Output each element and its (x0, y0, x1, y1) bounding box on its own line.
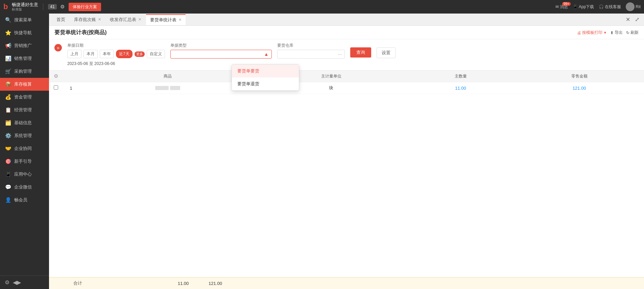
sidebar-item-finance[interactable]: 💰资金管理 (0, 91, 49, 104)
filter-expand-button[interactable]: » (54, 44, 62, 51)
dropdown-item-order-return[interactable]: 要货单退货 (232, 77, 299, 90)
sidebar-item-wechat[interactable]: 💬企业微信 (0, 181, 49, 194)
col-settings-header[interactable]: ⚙ (49, 70, 63, 82)
settings-button[interactable]: 设置 (377, 47, 396, 58)
sidebar-item-operation[interactable]: 📋经营管理 (0, 104, 49, 116)
page-title: 要货单统计表(按商品) (54, 29, 107, 36)
message-item[interactable]: ✉ 消息 99+ (555, 4, 568, 10)
message-badge: 99+ (562, 2, 571, 6)
sidebar-item-label: 经营管理 (14, 107, 32, 113)
cell-checkbox[interactable] (49, 82, 63, 94)
topbar-left: b 畅捷通好生意 标准版 41 ⚙ 体验行业方案 (3, 2, 101, 12)
tab-close-all[interactable]: ✕ (624, 16, 631, 23)
refresh-button[interactable]: ↻ 刷新 (626, 30, 639, 36)
template-print-icon: 🖨 (577, 30, 581, 35)
finance-icon: 💰 (5, 94, 11, 100)
tab-restore[interactable]: ⤢ (634, 16, 641, 23)
date-range-display: 2023-05-06 至 2023-06-06 (67, 61, 165, 67)
tab-label: 库存批次账 (74, 17, 96, 23)
date-last-7-days[interactable]: 近7天 (116, 50, 133, 58)
tab-order-stats[interactable]: 要货单统计表✕ (146, 14, 186, 25)
table-row: 1 块 11.00 121.00 (49, 82, 644, 94)
date-custom[interactable]: 自定义 (147, 50, 165, 58)
refresh-icon: ↻ (626, 30, 629, 35)
type-filter-group: 单据类型 ▲ (170, 43, 272, 59)
sidebar-item-quick-nav[interactable]: ⭐快捷导航 (0, 26, 49, 39)
settings-icon[interactable]: ⚙ (5, 279, 9, 286)
table-footer: 合计 11.00 121.00 (49, 277, 644, 289)
col-rownum-header (63, 70, 79, 82)
date-more-badge[interactable]: 更多 (135, 51, 145, 57)
export-button[interactable]: ⬆ 导出 (610, 30, 623, 36)
date-this-year[interactable]: 本年 (100, 50, 114, 58)
page-header: 要货单统计表(按商品) 🖨 按模板打印 ▼ ⬆ 导出 ↻ 刷新 (49, 26, 644, 39)
column-settings-icon[interactable]: ⚙ (54, 73, 58, 79)
footer-amount: 121.00 (198, 281, 232, 286)
chevron-down-icon: ▼ (603, 31, 607, 35)
app-download-item[interactable]: 📱 App下载 (573, 4, 594, 10)
row-checkbox[interactable] (54, 85, 58, 90)
tab-close-order-stats[interactable]: ✕ (178, 18, 182, 22)
avatar-text: Rit (636, 4, 641, 9)
tab-label: 要货单统计表 (150, 17, 176, 23)
sidebar-item-app-center[interactable]: 📱应用中心 (0, 168, 49, 181)
app-brand: 畅捷通好生意 标准版 (12, 2, 38, 12)
collapse-icon[interactable]: ◀▶ (13, 279, 21, 286)
cell-amount: 121.00 (515, 82, 644, 94)
warehouse-more-icon[interactable]: ··· (338, 51, 342, 57)
tab-label: 收发存汇总表 (110, 17, 136, 23)
tab-home[interactable]: 首页 (52, 15, 69, 25)
sidebar-item-cooperation[interactable]: 🤝企业协同 (0, 142, 49, 155)
avatar-item[interactable]: Rit (626, 2, 641, 11)
tab-label: 首页 (56, 17, 65, 23)
sidebar-item-label: 采购管理 (14, 68, 32, 74)
export-icon: ⬆ (610, 30, 614, 35)
type-filter-arrow-icon[interactable]: ▲ (264, 51, 269, 57)
operation-icon: 📋 (5, 107, 11, 113)
sidebar-item-inventory[interactable]: 📦库存核算 (0, 78, 49, 91)
sidebar-item-label: 资金管理 (14, 94, 32, 100)
promo-button[interactable]: 体验行业方案 (69, 3, 101, 11)
tab-count[interactable]: 41 (48, 4, 56, 9)
topbar-tabs-area: 41 ⚙ (48, 4, 66, 10)
warehouse-filter-input[interactable] (280, 52, 338, 57)
template-print-button[interactable]: 🖨 按模板打印 ▼ (577, 30, 607, 36)
date-last-month[interactable]: 上月 (67, 50, 81, 58)
sidebar-item-purchase[interactable]: 🛒采购管理 (0, 65, 49, 78)
system-icon: ⚙️ (5, 133, 11, 139)
query-button[interactable]: 查询 (350, 47, 371, 58)
type-filter-input[interactable] (173, 52, 264, 57)
online-service-item[interactable]: 🎧 在线客服 (599, 4, 621, 10)
date-this-month[interactable]: 本月 (84, 50, 98, 58)
topbar: b 畅捷通好生意 标准版 41 ⚙ 体验行业方案 ✉ 消息 99+ 📱 App下… (0, 0, 644, 14)
table-container: ⚙ 商品 主计量单位 主数量 零售金额 1 (49, 70, 644, 277)
tab-batch-account[interactable]: 库存批次账✕ (70, 15, 105, 25)
member-icon: 👤 (5, 197, 11, 203)
cell-quantity: 11.00 (407, 82, 515, 94)
type-filter-select[interactable]: ▲ (170, 50, 272, 59)
type-filter-label: 单据类型 (170, 43, 272, 48)
amount-link[interactable]: 121.00 (573, 86, 586, 91)
sidebar-item-label: 搜索菜单 (14, 17, 32, 23)
sidebar-item-member[interactable]: 👤畅会员 (0, 194, 49, 206)
sidebar-item-label: 应用中心 (14, 171, 32, 177)
sidebar-item-sales[interactable]: 📊销售管理 (0, 52, 49, 65)
sidebar-item-base-info[interactable]: 🗂️基础信息 (0, 116, 49, 129)
sidebar-item-marketing[interactable]: 📢营销推广 (0, 39, 49, 52)
tab-close-batch-account[interactable]: ✕ (98, 17, 101, 22)
topbar-gear-icon[interactable]: ⚙ (59, 4, 66, 10)
guide-icon: 🎯 (5, 158, 11, 164)
sidebar-item-system[interactable]: ⚙️系统管理 (0, 129, 49, 142)
tab-close-in-out-summary[interactable]: ✕ (138, 17, 141, 22)
footer-label: 合计 (53, 280, 168, 286)
page-content: 要货单统计表(按商品) 🖨 按模板打印 ▼ ⬆ 导出 ↻ 刷新 (49, 26, 644, 289)
quantity-link[interactable]: 11.00 (455, 86, 466, 91)
online-service-icon: 🎧 (599, 4, 604, 9)
sidebar-item-guide[interactable]: 🎯新手引导 (0, 155, 49, 168)
sidebar-item-search[interactable]: 🔍搜索菜单 (0, 14, 49, 26)
tab-in-out-summary[interactable]: 收发存汇总表✕ (106, 15, 145, 25)
app-download-label: App下载 (579, 4, 594, 10)
dropdown-item-order-goods[interactable]: 要货单要货 (232, 65, 299, 77)
main-layout: 🔍搜索菜单⭐快捷导航📢营销推广📊销售管理🛒采购管理📦库存核算💰资金管理📋经营管理… (0, 14, 644, 289)
footer-quantity: 11.00 (168, 281, 198, 286)
